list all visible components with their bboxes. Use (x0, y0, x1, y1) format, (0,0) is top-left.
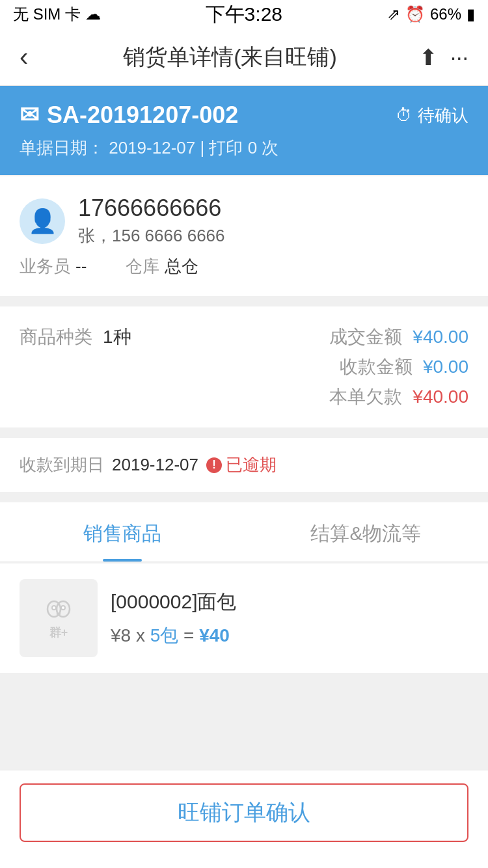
order-id-row: ✉ SA-20191207-002 (20, 102, 238, 129)
more-button[interactable]: ··· (450, 44, 468, 70)
product-price-row: ¥8 x 5包 = ¥40 (111, 623, 468, 648)
multiplier-symbol: x (136, 625, 150, 645)
product-info: [0000002]面包 ¥8 x 5包 = ¥40 (111, 589, 468, 648)
tab-products[interactable]: 销售商品 (0, 502, 244, 562)
status-text: 待确认 (418, 104, 468, 127)
battery-level: 66% (430, 5, 461, 23)
product-thumbnail: 群+ (20, 579, 98, 657)
status-bar: 无 SIM 卡 ☁ 下午3:28 ⇗ ⏰ 66% ▮ (0, 0, 488, 29)
date-label: 单据日期： (20, 138, 104, 157)
nav-bar: ‹ 销货单详情(来自旺铺) ⬆ ··· (0, 29, 488, 86)
due-label: 收款到期日 (20, 454, 104, 476)
product-item: 群+ [0000002]面包 ¥8 x 5包 = ¥40 (0, 563, 488, 673)
overdue-badge: ! 已逾期 (206, 454, 277, 476)
customer-name: 张，156 6666 6666 (78, 224, 225, 247)
brand-label: 群+ (49, 625, 68, 640)
owed-row: 本单欠款 ¥40.00 (329, 385, 468, 409)
customer-phone: 17666666666 (78, 195, 225, 222)
print-info: | 打印 0 次 (200, 138, 278, 157)
sales-value: -- (75, 256, 87, 277)
owed-label: 本单欠款 (329, 385, 402, 409)
summary-section: 商品种类 1种 成交金额 ¥40.00 收款金额 ¥0.00 本单欠款 ¥40.… (0, 306, 488, 427)
sales-person: 业务员 -- (20, 255, 87, 278)
svg-point-5 (62, 606, 64, 609)
category-value: 1种 (103, 325, 131, 349)
category-label: 商品种类 (20, 325, 92, 349)
warehouse: 仓库 总仓 (126, 255, 198, 278)
received-row: 收款金额 ¥0.00 (340, 355, 468, 379)
product-total: ¥40 (199, 625, 230, 645)
product-name: [0000002]面包 (111, 589, 468, 616)
overdue-text: 已逾期 (226, 454, 277, 476)
due-date-section: 收款到期日 2019-12-07 ! 已逾期 (0, 438, 488, 492)
location-icon: ⇗ (387, 5, 400, 23)
transaction-label: 成交金额 (329, 325, 402, 349)
status-right: ⇗ ⏰ 66% ▮ (387, 5, 475, 23)
product-section: 群+ [0000002]面包 ¥8 x 5包 = ¥40 (0, 563, 488, 673)
order-status: ⏱ 待确认 (396, 104, 468, 127)
order-header: ✉ SA-20191207-002 ⏱ 待确认 单据日期： 2019-12-07… (0, 86, 488, 175)
tabs: 销售商品 结算&物流等 (0, 502, 488, 562)
avatar: 👤 (20, 198, 65, 244)
quantity: 5包 (150, 625, 179, 645)
received-label: 收款金额 (340, 355, 413, 379)
tabs-container: 销售商品 结算&物流等 (0, 502, 488, 562)
nav-actions: ⬆ ··· (419, 44, 468, 70)
bottom-action: 旺铺订单确认 (0, 770, 488, 868)
owed-value: ¥40.00 (413, 387, 468, 407)
battery-icon: ▮ (467, 5, 475, 23)
svg-point-4 (53, 606, 55, 609)
transaction-value: ¥40.00 (413, 327, 468, 347)
order-date-row: 单据日期： 2019-12-07 | 打印 0 次 (20, 137, 468, 159)
warehouse-value: 总仓 (165, 255, 198, 278)
due-date: 2019-12-07 (112, 455, 198, 475)
avatar-icon: 👤 (28, 208, 57, 235)
equals-symbol: = (183, 625, 199, 645)
status-time: 下午3:28 (206, 1, 282, 28)
sim-status: 无 SIM 卡 ☁ (13, 4, 101, 25)
order-date: 2019-12-07 (109, 138, 195, 157)
order-icon: ✉ (20, 102, 39, 129)
owl-logo-icon (42, 596, 75, 622)
back-button[interactable]: ‹ (20, 42, 28, 72)
page-title: 销货单详情(来自旺铺) (41, 42, 418, 72)
confirm-order-button[interactable]: 旺铺订单确认 (20, 783, 468, 842)
order-id-text: SA-20191207-002 (47, 102, 238, 129)
status-left: 无 SIM 卡 ☁ (13, 4, 101, 25)
sales-label: 业务员 (20, 255, 70, 278)
share-button[interactable]: ⬆ (419, 44, 437, 70)
overdue-icon: ! (206, 457, 222, 473)
status-clock-icon: ⏱ (396, 105, 413, 126)
customer-section: 👤 17666666666 张，156 6666 6666 业务员 -- 仓库 … (0, 176, 488, 296)
tab-settlement[interactable]: 结算&物流等 (244, 502, 488, 562)
transaction-row: 成交金额 ¥40.00 (329, 325, 468, 349)
unit-price: ¥8 (111, 625, 131, 645)
warehouse-label: 仓库 (126, 255, 159, 278)
alarm-icon: ⏰ (405, 5, 425, 23)
received-value: ¥0.00 (423, 357, 468, 377)
